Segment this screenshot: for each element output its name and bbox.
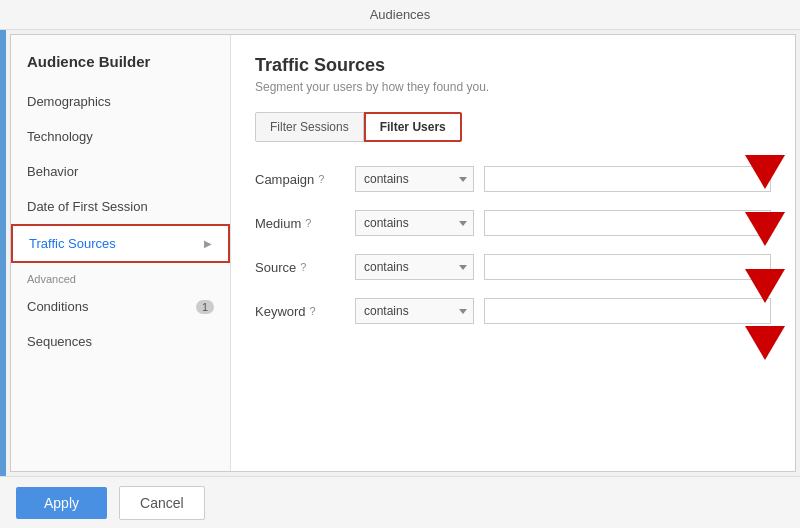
sidebar-item-demographics[interactable]: Demographics	[11, 84, 230, 119]
source-filter-row: Source ? contains does not contain start…	[255, 254, 771, 280]
medium-value-input[interactable]	[484, 210, 771, 236]
filter-sessions-button[interactable]: Filter Sessions	[255, 112, 364, 142]
medium-help-icon[interactable]: ?	[305, 217, 311, 229]
arrow-icon-2	[745, 212, 785, 251]
sidebar-item-technology[interactable]: Technology	[11, 119, 230, 154]
conditions-badge: 1	[196, 300, 214, 314]
sidebar-item-label: Sequences	[27, 334, 92, 349]
sidebar-item-label: Behavior	[27, 164, 78, 179]
top-bar: Audiences	[0, 0, 800, 30]
campaign-filter-row: Campaign ? contains does not contain sta…	[255, 166, 771, 192]
keyword-help-icon[interactable]: ?	[310, 305, 316, 317]
content-title: Traffic Sources	[255, 55, 771, 76]
content-subtitle: Segment your users by how they found you…	[255, 80, 771, 94]
medium-operator-select[interactable]: contains does not contain starts with en…	[355, 210, 474, 236]
sidebar-item-traffic-sources[interactable]: Traffic Sources	[11, 224, 230, 263]
svg-marker-3	[745, 326, 785, 360]
medium-label: Medium ?	[255, 216, 355, 231]
campaign-help-icon[interactable]: ?	[318, 173, 324, 185]
campaign-operator-select[interactable]: contains does not contain starts with en…	[355, 166, 474, 192]
sidebar-item-date-of-first-session[interactable]: Date of First Session	[11, 189, 230, 224]
filter-users-button[interactable]: Filter Users	[364, 112, 462, 142]
source-operator-select[interactable]: contains does not contain starts with en…	[355, 254, 474, 280]
svg-marker-0	[745, 155, 785, 189]
sidebar: Audience Builder Demographics Technology…	[11, 35, 231, 471]
panel-wrapper: Audience Builder Demographics Technology…	[10, 34, 796, 472]
arrow-icon-3	[745, 269, 785, 308]
source-label: Source ?	[255, 260, 355, 275]
main-container: Audience Builder Demographics Technology…	[0, 30, 800, 476]
sidebar-item-label: Demographics	[27, 94, 111, 109]
keyword-value-input[interactable]	[484, 298, 771, 324]
keyword-label: Keyword ?	[255, 304, 355, 319]
sidebar-item-label: Conditions	[27, 299, 88, 314]
content-area: Traffic Sources Segment your users by ho…	[231, 35, 795, 471]
arrow-icon-4	[745, 326, 785, 365]
source-help-icon[interactable]: ?	[300, 261, 306, 273]
bottom-bar: Apply Cancel	[0, 476, 800, 528]
sidebar-item-conditions[interactable]: Conditions 1	[11, 289, 230, 324]
sidebar-item-behavior[interactable]: Behavior	[11, 154, 230, 189]
sidebar-item-label: Date of First Session	[27, 199, 148, 214]
arrow-icon-1	[745, 155, 785, 194]
sidebar-item-label: Traffic Sources	[29, 236, 116, 251]
filter-buttons-row: Filter Sessions Filter Users	[255, 112, 771, 142]
campaign-label: Campaign ?	[255, 172, 355, 187]
page-title: Audiences	[370, 7, 431, 22]
cancel-button[interactable]: Cancel	[119, 486, 205, 520]
sidebar-title: Audience Builder	[11, 45, 230, 84]
campaign-value-input[interactable]	[484, 166, 771, 192]
sidebar-item-label: Technology	[27, 129, 93, 144]
accent-bar	[0, 30, 6, 476]
medium-filter-row: Medium ? contains does not contain start…	[255, 210, 771, 236]
keyword-operator-select[interactable]: contains does not contain starts with en…	[355, 298, 474, 324]
red-arrows-container	[745, 155, 785, 365]
svg-marker-1	[745, 212, 785, 246]
source-value-input[interactable]	[484, 254, 771, 280]
apply-button[interactable]: Apply	[16, 487, 107, 519]
sidebar-item-sequences[interactable]: Sequences	[11, 324, 230, 359]
advanced-section-label: Advanced	[11, 263, 230, 289]
keyword-filter-row: Keyword ? contains does not contain star…	[255, 298, 771, 324]
svg-marker-2	[745, 269, 785, 303]
